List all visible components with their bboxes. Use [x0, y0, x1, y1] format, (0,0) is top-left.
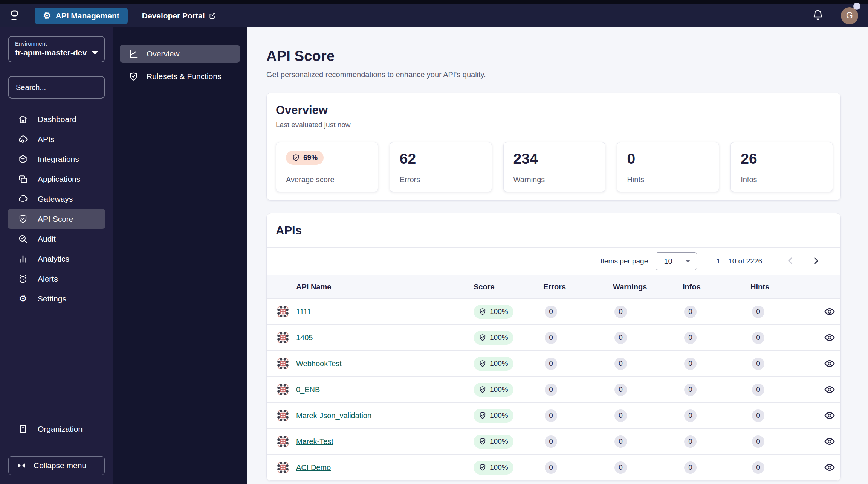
sidebar-item-gateways[interactable]: Gateways: [8, 189, 105, 209]
score-badge: 100%: [474, 357, 513, 371]
sidebar-item-apis[interactable]: APIs: [8, 129, 105, 149]
eye-icon[interactable]: [824, 436, 835, 447]
score-value: 100%: [490, 333, 508, 342]
score-value: 100%: [490, 307, 508, 316]
environment-select[interactable]: Environment fr-apim-master-dev: [8, 36, 105, 62]
table-row: WebhookTest 100% 0 0 0 0: [267, 351, 840, 377]
sidebar-item-label: API Score: [38, 215, 73, 224]
paginator: Items per page: 10 1 – 10 of 2226: [267, 248, 840, 275]
cloud-download-icon: [18, 194, 28, 204]
hints-count-badge: 0: [752, 409, 764, 422]
column-header: Warnings: [613, 283, 683, 291]
api-name-link[interactable]: Marek-Test: [296, 437, 333, 446]
errors-count-badge: 0: [545, 306, 557, 318]
api-avatar-icon: [276, 382, 290, 397]
home-icon: [18, 114, 28, 124]
organization-item[interactable]: Organization: [0, 412, 113, 446]
gravitee-logo-icon: [11, 10, 20, 22]
column-header: Errors: [543, 283, 613, 291]
items-per-page-select[interactable]: 10: [656, 252, 697, 270]
table-row: ACI Demo 100% 0 0 0 0: [267, 455, 840, 481]
infos-count-badge: 0: [684, 435, 697, 448]
eye-icon[interactable]: [824, 358, 835, 369]
notifications-bell-icon[interactable]: [812, 9, 824, 23]
search-check-icon: [18, 234, 28, 244]
stat-card-errors: 62 Errors: [390, 142, 492, 192]
errors-count-badge: 0: [545, 409, 557, 422]
divider: [0, 446, 113, 446]
hints-count-badge: 0: [752, 435, 764, 448]
api-name-link[interactable]: Marek-Json_validation: [296, 411, 371, 420]
stat-card-average-score: 69% Average score: [276, 142, 378, 192]
stat-label: Average score: [286, 175, 368, 184]
api-name-link[interactable]: 0_ENB: [296, 385, 320, 394]
table-row: 1111 100% 0 0 0 0: [267, 299, 840, 325]
errors-count-badge: 0: [545, 332, 557, 344]
stat-label: Errors: [400, 175, 482, 184]
stat-card-infos: 26 Infos: [730, 142, 833, 192]
sidebar-item-integrations[interactable]: Integrations: [8, 149, 105, 169]
stat-value: 234: [513, 151, 596, 167]
subnav-item-label: Overview: [147, 49, 180, 58]
api-management-button[interactable]: ⚙ API Management: [35, 8, 128, 24]
sidebar-item-analytics[interactable]: Analytics: [8, 249, 105, 269]
user-avatar[interactable]: G: [841, 7, 858, 24]
shield-check-icon: [479, 438, 486, 445]
next-page-button[interactable]: [811, 256, 821, 267]
score-value: 100%: [490, 385, 508, 394]
sidebar-item-audit[interactable]: Audit: [8, 229, 105, 249]
api-avatar-icon: [276, 408, 290, 423]
chevron-right-icon: [811, 256, 821, 266]
shield-check-icon: [479, 386, 486, 393]
stat-label: Warnings: [513, 175, 596, 184]
eye-icon[interactable]: [824, 462, 835, 473]
table-row: 0_ENB 100% 0 0 0 0: [267, 377, 840, 403]
column-header: Score: [474, 283, 543, 291]
table-header: API Name Score Errors Warnings Infos Hin…: [267, 275, 840, 299]
sidebar-item-dashboard[interactable]: Dashboard: [8, 109, 105, 129]
sidebar-item-applications[interactable]: Applications: [8, 169, 105, 189]
api-name-link[interactable]: ACI Demo: [296, 463, 331, 472]
subnav-item-overview[interactable]: Overview: [120, 45, 240, 63]
previous-page-button[interactable]: [785, 256, 795, 267]
overview-card: Overview Last evaluated just now 69% Ave…: [266, 93, 841, 201]
shield-check-icon: [18, 214, 28, 224]
eye-icon[interactable]: [824, 384, 835, 395]
primary-sidebar: Environment fr-apim-master-dev Dashboard…: [0, 27, 113, 484]
sidebar-item-label: Applications: [38, 175, 80, 184]
api-name-link[interactable]: WebhookTest: [296, 359, 342, 368]
warnings-count-badge: 0: [614, 306, 627, 318]
score-value: 100%: [490, 463, 508, 472]
developer-portal-link[interactable]: Developer Portal: [142, 11, 216, 20]
stat-card-warnings: 234 Warnings: [503, 142, 606, 192]
eye-icon[interactable]: [824, 306, 835, 317]
score-badge: 100%: [474, 461, 513, 475]
api-name-link[interactable]: 1405: [296, 333, 313, 342]
subnav-item-label: Rulesets & Functions: [147, 72, 221, 81]
infos-count-badge: 0: [684, 461, 697, 474]
cloud-gear-icon: [18, 134, 28, 144]
collapse-menu-button[interactable]: Collapse menu: [8, 456, 105, 475]
sidebar-item-settings[interactable]: ⚙ Settings: [8, 289, 105, 309]
search-input[interactable]: [16, 83, 116, 92]
api-name-link[interactable]: 1111: [296, 307, 311, 316]
sidebar-item-api-score[interactable]: API Score: [8, 209, 105, 229]
sidebar-search[interactable]: [8, 76, 105, 99]
subnav-item-rulesets[interactable]: Rulesets & Functions: [120, 67, 240, 85]
eye-icon[interactable]: [824, 332, 835, 343]
warnings-count-badge: 0: [614, 461, 627, 474]
score-badge: 100%: [474, 383, 513, 397]
environment-value: fr-apim-master-dev: [15, 48, 87, 57]
sidebar-item-label: Dashboard: [38, 115, 76, 124]
collapse-icon: [17, 463, 26, 469]
sidebar-item-alerts[interactable]: Alerts: [8, 269, 105, 289]
stats-row: 69% Average score 62 Errors 234 Warnings…: [276, 142, 833, 192]
external-link-icon: [209, 12, 216, 20]
eye-icon[interactable]: [824, 410, 835, 421]
hints-count-badge: 0: [752, 384, 764, 396]
page-title: API Score: [266, 48, 868, 64]
top-bar: ⚙ API Management Developer Portal G: [0, 4, 868, 27]
overview-card-subtitle: Last evaluated just now: [276, 121, 833, 129]
items-per-page-label: Items per page:: [600, 257, 650, 265]
table-row: Marek-Json_validation 100% 0 0 0 0: [267, 403, 840, 429]
